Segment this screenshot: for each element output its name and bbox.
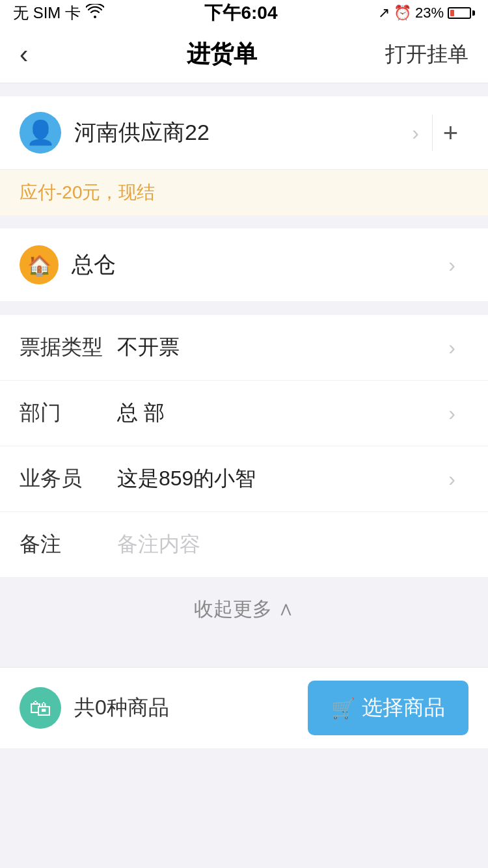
status-time: 下午6:04 [204, 1, 277, 25]
add-supplier-button[interactable]: + [432, 115, 468, 151]
back-button[interactable]: ‹ [20, 40, 59, 69]
form-section: 票据类型 不开票 › 部门 总 部 › 业务员 这是859的小智 › 备注 备注… [0, 315, 488, 578]
section-gap-3 [0, 302, 488, 315]
warehouse-label: 总仓 [72, 250, 448, 280]
product-count: 共0种商品 [74, 694, 308, 722]
status-left: 无 SIM 卡 [13, 3, 104, 23]
section-gap-2 [0, 215, 488, 228]
page-title: 进货单 [187, 38, 257, 70]
open-pending-button[interactable]: 打开挂单 [385, 40, 468, 69]
department-row[interactable]: 部门 总 部 › [0, 381, 488, 446]
select-product-label: 选择商品 [362, 694, 445, 722]
location-icon: ↗ [378, 5, 390, 21]
remark-row[interactable]: 备注 备注内容 [0, 512, 488, 578]
select-product-button[interactable]: 🛒 选择商品 [308, 681, 468, 735]
warehouse-icon-wrap: 🏠 [20, 245, 59, 284]
supplier-name: 河南供应商22 [74, 118, 412, 148]
notice-text: 应付-20元，现结 [20, 182, 155, 202]
collapse-row[interactable]: 收起更多 ∧ [0, 578, 488, 641]
section-gap-4 [0, 641, 488, 667]
warehouse-section: 🏠 总仓 › [0, 228, 488, 302]
department-value: 总 部 [111, 399, 448, 427]
status-bar: 无 SIM 卡 下午6:04 ↗ ⏰ 23% [0, 0, 488, 26]
ticket-type-chevron-icon: › [448, 336, 455, 360]
page-background [0, 748, 488, 868]
remark-input[interactable]: 备注内容 [111, 530, 468, 559]
salesperson-chevron-icon: › [448, 467, 455, 491]
department-chevron-icon: › [448, 401, 455, 426]
supplier-row[interactable]: 👤 河南供应商22 › + [0, 96, 488, 170]
notice-bar: 应付-20元，现结 [0, 170, 488, 215]
ticket-type-label: 票据类型 [20, 333, 111, 362]
collapse-label: 收起更多 ∧ [194, 596, 293, 623]
avatar-person-icon: 👤 [26, 119, 55, 146]
warehouse-row[interactable]: 🏠 总仓 › [0, 228, 488, 302]
product-bag-icon: 🛍 [29, 696, 51, 721]
ticket-type-row[interactable]: 票据类型 不开票 › [0, 315, 488, 381]
department-label: 部门 [20, 399, 111, 427]
ticket-type-value: 不开票 [111, 333, 448, 362]
carrier-text: 无 SIM 卡 [13, 3, 81, 23]
bottom-bar: 🛍 共0种商品 🛒 选择商品 [0, 667, 488, 748]
warehouse-chevron-icon: › [448, 253, 455, 277]
nav-bar: ‹ 进货单 打开挂单 [0, 26, 488, 83]
warehouse-icon: 🏠 [27, 254, 51, 277]
salesperson-row[interactable]: 业务员 这是859的小智 › [0, 446, 488, 512]
section-gap-1 [0, 83, 488, 96]
select-cart-icon: 🛒 [331, 697, 355, 720]
supplier-chevron-icon: › [412, 121, 419, 145]
supplier-section: 👤 河南供应商22 › + 应付-20元，现结 [0, 96, 488, 215]
supplier-avatar: 👤 [20, 112, 61, 154]
salesperson-label: 业务员 [20, 465, 111, 493]
wifi-icon [86, 4, 104, 22]
remark-label: 备注 [20, 530, 111, 559]
battery-percent: 23% [415, 5, 444, 21]
product-icon-wrap: 🛍 [20, 687, 61, 729]
salesperson-value: 这是859的小智 [111, 465, 448, 493]
alarm-icon: ⏰ [394, 5, 411, 21]
battery-icon [448, 7, 475, 19]
status-right: ↗ ⏰ 23% [378, 5, 475, 21]
